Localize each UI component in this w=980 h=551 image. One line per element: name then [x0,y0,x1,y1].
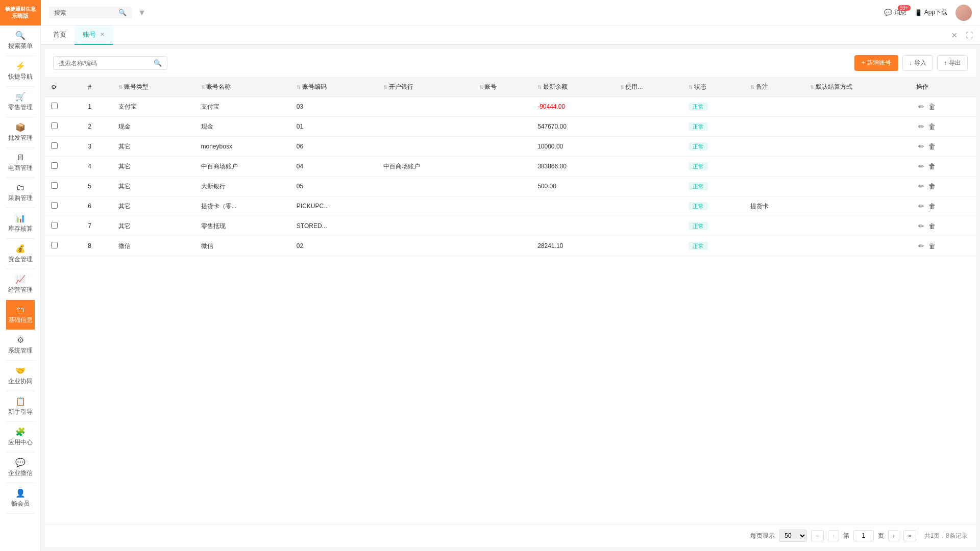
sidebar-item-shortcut[interactable]: ⚡快捷导航 [6,56,35,87]
delete-button[interactable]: 🗑 [926,201,938,211]
app-download-button[interactable]: 📱 App下载 [915,8,947,17]
row-checkbox[interactable] [51,182,58,189]
sidebar-item-member[interactable]: 👤畅会员 [6,483,35,514]
maximize-window-button[interactable]: ⛶ [963,30,976,40]
edit-button[interactable]: ✏ [916,241,926,251]
cell-remark [744,97,804,117]
col-header-bank[interactable]: ⇅ 开户银行 [377,78,473,97]
col-header-name[interactable]: ⇅ 账号名称 [195,78,290,97]
account-search-box[interactable]: 🔍 [53,56,167,70]
user-avatar[interactable] [955,5,972,21]
tab-home[interactable]: 首页 [45,26,75,45]
last-page-button[interactable]: » [903,530,916,541]
col-header-account[interactable]: ⇅ 账号 [473,78,532,97]
sidebar-item-inventory[interactable]: 📊库存核算 [6,208,35,239]
table-row: 5其它大新银行05500.00正常✏🗑 [45,177,976,196]
cell-usage [614,117,682,137]
cell-account [473,97,532,117]
topbar-dropdown-icon[interactable]: ▼ [138,8,146,17]
edit-button[interactable]: ✏ [916,201,926,211]
edit-button[interactable]: ✏ [916,161,926,171]
topbar-search-box[interactable]: 🔍 [49,7,132,18]
tab-close-icon[interactable]: ✕ [100,31,105,38]
sidebar-item-basicinfo[interactable]: 🗃基础信息 [6,300,35,330]
status-badge: 正常 [689,103,708,111]
appcenter-icon: 🧩 [15,427,26,437]
sidebar-item-system[interactable]: ⚙系统管理 [6,330,35,361]
cell-settings [45,196,82,216]
row-name: 支付宝 [201,103,219,110]
col-label: 账号名称 [206,83,231,90]
cell-index: 5 [82,177,112,196]
delete-button[interactable]: 🗑 [926,121,938,132]
sidebar-item-newbie[interactable]: 📋新手引导 [6,391,35,422]
row-checkbox[interactable] [51,202,58,209]
col-sort-icon: ⇅ [750,84,756,90]
edit-button[interactable]: ✏ [916,102,926,112]
sidebar-item-search[interactable]: 🔍搜索菜单 [6,26,35,56]
tabs-bar: 首页账号✕ ✕ ⛶ [41,26,980,45]
col-header-usage[interactable]: ⇅ 使用... [614,78,682,97]
edit-button[interactable]: ✏ [916,221,926,231]
sidebar-item-finance[interactable]: 💰资金管理 [6,239,35,269]
app-logo: 畅捷通财生意 乐嗨版 [0,0,41,26]
cell-status: 正常 [682,216,744,236]
delete-button[interactable]: 🗑 [926,241,938,251]
col-header-settle[interactable]: ⇅ 默认结算方式 [804,78,910,97]
cell-code: 01 [290,117,377,137]
col-label: # [88,84,91,91]
delete-button[interactable]: 🗑 [926,181,938,191]
page-number-input[interactable] [853,530,874,541]
col-header-code[interactable]: ⇅ 账号编码 [290,78,377,97]
delete-button[interactable]: 🗑 [926,141,938,152]
delete-button[interactable]: 🗑 [926,161,938,171]
cell-settle [804,236,910,256]
sidebar-item-enterprise[interactable]: 🤝企业协同 [6,361,35,391]
delete-button[interactable]: 🗑 [926,221,938,231]
col-header-status[interactable]: ⇅ 状态 [682,78,744,97]
sidebar-item-ecommerce[interactable]: 🖥电商管理 [6,148,35,178]
add-account-button[interactable]: + 新增账号 [854,55,898,71]
row-name: 大新银行 [201,183,226,190]
col-label: 最新余额 [543,83,568,90]
sidebar-item-purchase[interactable]: 🗂采购管理 [6,178,35,208]
edit-button[interactable]: ✏ [916,141,926,152]
col-header-remark[interactable]: ⇅ 备注 [744,78,804,97]
page-size-select[interactable]: 50 100 200 [779,530,807,542]
cell-settings [45,236,82,256]
sidebar-item-appcenter[interactable]: 🧩应用中心 [6,422,35,453]
delete-button[interactable]: 🗑 [926,102,938,112]
close-window-button[interactable]: ✕ [948,30,961,40]
col-header-action: 操作 [910,78,976,97]
edit-button[interactable]: ✏ [916,181,926,191]
sidebar-item-retail[interactable]: 🛒零售管理 [6,87,35,117]
retail-icon: 🛒 [15,92,26,102]
first-page-button[interactable]: « [811,530,824,541]
row-checkbox[interactable] [51,162,58,169]
row-checkbox[interactable] [51,122,58,129]
row-name: 中百商场账户 [201,163,238,170]
row-checkbox[interactable] [51,103,58,109]
edit-button[interactable]: ✏ [916,121,926,132]
prev-page-button[interactable]: ‹ [828,530,839,541]
sidebar-item-operations[interactable]: 📈经营管理 [6,269,35,300]
row-balance: 383866.00 [537,163,567,170]
settings-icon[interactable]: ⚙ [51,84,57,91]
col-header-balance[interactable]: ⇅ 最新余额 [531,78,614,97]
cell-settle [804,157,910,177]
next-page-button[interactable]: › [888,530,899,541]
import-button[interactable]: ↓ 导入 [902,55,933,71]
row-checkbox[interactable] [51,242,58,248]
account-search-input[interactable] [59,60,151,67]
sidebar-item-wholesale[interactable]: 📦批发管理 [6,117,35,148]
tab-accounts[interactable]: 账号✕ [75,26,113,45]
export-button[interactable]: ↑ 导出 [937,55,968,71]
sidebar-item-wechat[interactable]: 💬企业微信 [6,453,35,483]
topbar-search-input[interactable] [54,9,115,16]
cell-settle [804,216,910,236]
cell-settings [45,117,82,137]
message-button[interactable]: 💬 消息 99+ [884,8,906,17]
row-checkbox[interactable] [51,142,58,149]
row-checkbox[interactable] [51,222,58,229]
col-header-type[interactable]: ⇅ 账号类型 [112,78,194,97]
